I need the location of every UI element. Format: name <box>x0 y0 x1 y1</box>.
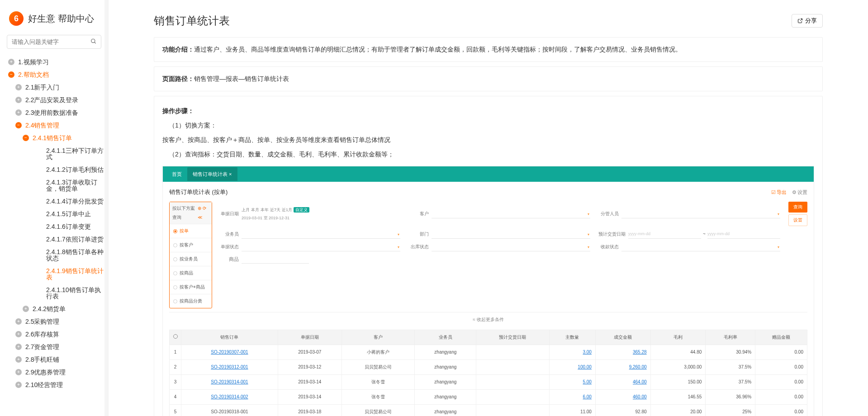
search-input[interactable] <box>7 35 101 49</box>
cell: zhangyang <box>415 405 476 416</box>
tab-report[interactable]: 销售订单统计表 × <box>187 167 237 181</box>
sidebar-item[interactable]: +2.7资金管理 <box>0 340 108 353</box>
collapse-toggle[interactable]: ≈ 收起更多条件 <box>169 312 807 327</box>
sidebar-item[interactable]: +2.6库存核算 <box>0 328 108 340</box>
main-content: 销售订单统计表 分享 功能介绍：通过客户、业务员、商品等维度查询销售订单的明细汇… <box>109 0 868 416</box>
cell[interactable]: 92.80 <box>595 405 650 416</box>
expand-icon[interactable]: + <box>15 344 22 350</box>
scheme-head: 按以下方案查询 ⊕ ⟳ ≪ <box>170 202 212 224</box>
path-card: 页面路径：销售管理—报表—销售订单统计表 <box>154 66 823 91</box>
column-header: 预计交货日期 <box>476 330 550 345</box>
expand-icon[interactable]: + <box>15 109 22 116</box>
sidebar-item[interactable]: +2.1新手入门 <box>0 81 108 94</box>
input-paystatus[interactable] <box>621 242 780 251</box>
sidebar-item[interactable]: 2.4.1.6订单变更 <box>0 220 108 233</box>
share-icon <box>797 18 803 24</box>
sidebar-item[interactable]: 2.4.1.8销售订单各种状态 <box>0 246 108 265</box>
scheme-option[interactable]: 按单 <box>170 224 212 238</box>
input-manager[interactable] <box>621 209 780 218</box>
export-button[interactable]: ☑ 导出 <box>771 187 787 197</box>
input-customer[interactable] <box>432 209 590 218</box>
cell[interactable]: 5.00 <box>549 375 595 390</box>
collapse-icon[interactable]: − <box>23 135 29 141</box>
report-title: 销售订单统计表 (按单) <box>169 186 228 198</box>
cell[interactable]: 11.00 <box>549 405 595 416</box>
date-quick-picker[interactable]: 上月本月本年近7天近1月自定义 2019-03-01 至 2019-12-31 <box>242 206 309 222</box>
order-link[interactable]: SO-20190307-001 <box>181 345 278 360</box>
query-button[interactable]: 查询 <box>788 202 807 213</box>
sidebar-item[interactable]: +2.4.2销货单 <box>0 303 108 315</box>
input-billstatus[interactable] <box>242 242 400 251</box>
sidebar-item[interactable]: 2.4.1.3订单收取订金，销货单 <box>0 176 108 195</box>
scheme-option[interactable]: 按客户 <box>170 238 212 252</box>
cell: 3 <box>170 375 181 390</box>
input-salesman[interactable] <box>242 230 400 239</box>
sidebar-item[interactable]: 2.4.1.10销售订单执行表 <box>0 284 108 303</box>
sidebar-item[interactable]: 2.4.1.2订单毛利预估 <box>0 163 108 176</box>
setting-button[interactable]: 设置 <box>788 214 807 226</box>
sidebar-item[interactable]: +2.3使用前数据准备 <box>0 106 108 119</box>
sidebar-item[interactable]: +2.5采购管理 <box>0 315 108 328</box>
scheme-controls[interactable]: ⊕ ⟳ ≪ <box>198 204 209 222</box>
cell: 150.00 <box>650 375 706 390</box>
cell[interactable]: 6.00 <box>549 390 595 405</box>
cell[interactable]: 460.00 <box>595 390 650 405</box>
expand-icon[interactable]: + <box>15 369 22 375</box>
sidebar-item[interactable]: −2.帮助文档 <box>0 68 108 81</box>
table-row: 2SO-20190312-0012019-03-12贝贝贸易公司zhangyan… <box>170 360 807 375</box>
order-link[interactable]: SO-20190314-002 <box>181 390 278 405</box>
input-dept[interactable] <box>432 230 590 239</box>
cell[interactable]: 9,260.00 <box>595 360 650 375</box>
order-link[interactable]: SO-20190318-001 <box>181 405 278 416</box>
sidebar-item[interactable]: 2.4.1.1三种下订单方式 <box>0 144 108 163</box>
settings-button[interactable]: ⚙ 设置 <box>792 187 807 197</box>
column-header: 客户 <box>342 330 415 345</box>
gear-icon[interactable] <box>173 334 178 339</box>
collapse-icon[interactable]: − <box>15 122 22 128</box>
scheme-option[interactable]: 按商品分类 <box>170 294 212 308</box>
input-outstatus[interactable] <box>432 242 590 251</box>
cell[interactable]: 365.28 <box>595 345 650 360</box>
scheme-option[interactable]: 按客户+商品 <box>170 280 212 294</box>
sidebar-item[interactable]: +2.9优惠券管理 <box>0 366 108 378</box>
input-goods[interactable] <box>242 255 309 264</box>
sidebar-item[interactable]: +2.8手机旺铺 <box>0 353 108 366</box>
sidebar-item[interactable]: +2.10经营管理 <box>0 378 108 391</box>
order-link[interactable]: SO-20190312-001 <box>181 360 278 375</box>
sidebar-item[interactable]: −2.4.1销售订单 <box>0 132 108 144</box>
sidebar-item[interactable]: +2.2产品安装及登录 <box>0 94 108 106</box>
cell: 3,000.00 <box>650 360 706 375</box>
cell[interactable]: 464.00 <box>595 375 650 390</box>
scheme-option[interactable]: 按商品 <box>170 266 212 280</box>
expand-icon[interactable]: + <box>15 97 22 103</box>
close-icon[interactable]: × <box>229 171 232 177</box>
input-date-to[interactable]: yyyy-mm-dd <box>707 230 780 239</box>
sidebar-item[interactable]: 2.4.1.7依照订单进货 <box>0 233 108 246</box>
cell[interactable]: 100.00 <box>549 360 595 375</box>
sidebar-item[interactable]: −2.4销售管理 <box>0 119 108 132</box>
sidebar-item[interactable]: 2.4.1.5订单中止 <box>0 208 108 220</box>
brand-title: 好生意 帮助中心 <box>28 13 94 25</box>
sidebar-item[interactable]: 2.4.1.9销售订单统计表 <box>0 265 108 284</box>
cell: 4 <box>170 390 181 405</box>
share-button[interactable]: 分享 <box>792 14 823 28</box>
order-link[interactable]: SO-20190314-001 <box>181 375 278 390</box>
search-icon[interactable] <box>90 38 97 46</box>
sidebar-item[interactable]: 2.4.1.4订单分批发货 <box>0 195 108 208</box>
expand-icon[interactable]: + <box>15 356 22 363</box>
expand-icon[interactable]: + <box>15 84 22 90</box>
cell[interactable]: 3.00 <box>549 345 595 360</box>
sidebar-item[interactable]: +1.视频学习 <box>0 56 108 68</box>
scheme-option[interactable]: 按业务员 <box>170 252 212 266</box>
cell: 1 <box>170 345 181 360</box>
expand-icon[interactable]: + <box>15 382 22 388</box>
expand-icon[interactable]: + <box>15 318 22 325</box>
expand-icon[interactable]: + <box>15 331 22 337</box>
expand-icon[interactable]: + <box>8 59 14 65</box>
collapse-icon[interactable]: − <box>8 71 14 78</box>
page-header: 销售订单统计表 分享 <box>154 14 823 28</box>
cell: 36.96% <box>706 390 755 405</box>
tab-home[interactable]: 首页 <box>166 167 187 181</box>
input-date-from[interactable]: yyyy-mm-dd <box>628 230 701 239</box>
expand-icon[interactable]: + <box>23 306 29 312</box>
